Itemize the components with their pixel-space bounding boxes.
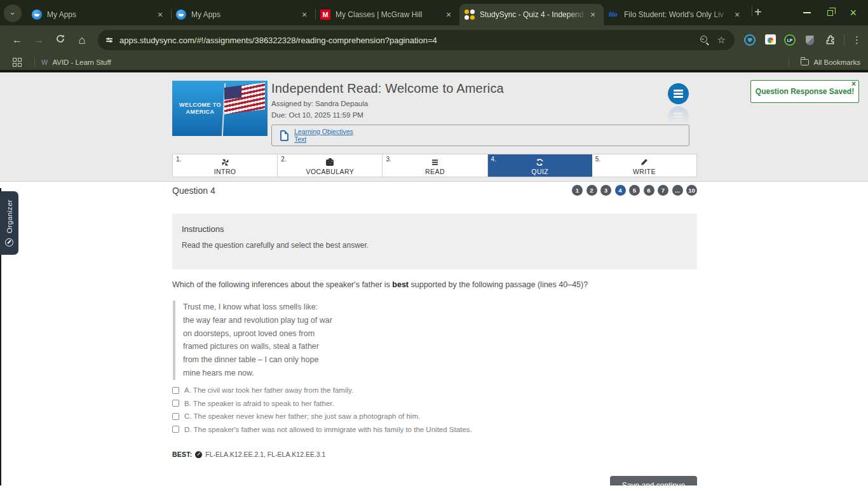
tab-divider bbox=[315, 10, 316, 20]
browser-tab-my-apps-1[interactable]: My Apps × bbox=[27, 4, 171, 25]
tab-vocabulary[interactable]: 2. VOCABULARY bbox=[278, 154, 383, 177]
extension-lastpass-icon[interactable]: LP bbox=[784, 34, 796, 46]
extension-photos-icon[interactable] bbox=[764, 34, 776, 46]
home-icon[interactable]: ⌂ bbox=[74, 34, 90, 47]
checkbox-a[interactable] bbox=[172, 387, 179, 394]
browser-tab-studysync-active[interactable]: StudySync - Quiz 4 - Independ × bbox=[459, 4, 604, 25]
bookmarks-divider bbox=[34, 58, 35, 67]
question-pagination: 1 2 3 4 5 6 7 ... 10 bbox=[572, 185, 697, 196]
saved-notification-text: Question Response Saved! bbox=[756, 87, 854, 96]
pencil-circle-icon bbox=[5, 238, 13, 247]
extension-goguardian-icon[interactable] bbox=[743, 34, 756, 46]
toolbar-divider bbox=[844, 34, 844, 46]
answer-option-d[interactable]: D. The speaker's father was not allowed … bbox=[172, 426, 697, 433]
page-dot-4-active[interactable]: 4 bbox=[615, 185, 626, 196]
question-prefix: Which of the following inferences about … bbox=[172, 280, 392, 289]
answer-option-a[interactable]: A. The civil war took her father away fr… bbox=[172, 386, 697, 394]
tab-search-button[interactable]: › bbox=[4, 4, 22, 22]
american-flag bbox=[224, 83, 265, 114]
answer-option-c[interactable]: C. The speaker never knew her father; sh… bbox=[172, 412, 697, 420]
learning-objectives-link[interactable]: Learning Objectives bbox=[294, 128, 353, 136]
notification-close-icon[interactable]: × bbox=[851, 79, 856, 88]
extension-shield-icon[interactable] bbox=[803, 34, 816, 46]
passage-line: mine hears me now. bbox=[183, 367, 332, 380]
browser-tab-filo[interactable]: filo Filo Student: World's Only Liv × bbox=[604, 4, 748, 25]
page-dot-5[interactable]: 5 bbox=[629, 185, 640, 196]
save-and-continue-button[interactable]: Save and continue bbox=[610, 476, 697, 485]
new-tab-button[interactable]: + bbox=[754, 5, 762, 20]
reload-icon[interactable] bbox=[52, 34, 69, 46]
text-link[interactable]: Text bbox=[294, 135, 353, 144]
standards-list: FL-ELA.K12.EE.2.1, FL-ELA.K12.EE.3.1 bbox=[205, 451, 325, 458]
tab-title: My Apps bbox=[191, 10, 299, 19]
option-label: A. The civil war took her father away fr… bbox=[184, 386, 353, 394]
window-controls: × bbox=[792, 0, 868, 25]
saved-notification: Question Response Saved! × bbox=[750, 80, 859, 103]
assignment-thumbnail: WELCOME TO AMERICA bbox=[172, 81, 268, 136]
option-label: D. The speaker's father was not allowed … bbox=[184, 426, 472, 433]
tab-close-icon[interactable]: × bbox=[154, 9, 166, 20]
apps-grid-icon[interactable] bbox=[13, 58, 22, 67]
forward-icon[interactable]: → bbox=[31, 34, 47, 46]
tab-write[interactable]: 5. WRITE bbox=[592, 154, 696, 177]
tab-quiz-active[interactable]: 4. QUIZ bbox=[488, 154, 592, 177]
browser-toolbar: ← → ⌂ apps.studysync.com/#!/assignments/… bbox=[0, 25, 868, 55]
page-dot-10[interactable]: 10 bbox=[686, 185, 697, 196]
checkbox-d[interactable] bbox=[172, 426, 179, 433]
page-dot-ellipsis[interactable]: ... bbox=[672, 185, 683, 196]
bookmark-avid[interactable]: W AVID - Learn Stuff bbox=[41, 58, 111, 66]
tab-read[interactable]: 3. READ bbox=[383, 154, 487, 177]
passage-line: on doorsteps, uproot loved ones from bbox=[183, 327, 332, 341]
organizer-label: Organizer bbox=[6, 200, 13, 233]
browser-tab-my-apps-2[interactable]: My Apps × bbox=[171, 4, 315, 25]
page-dot-1[interactable]: 1 bbox=[572, 185, 583, 196]
back-icon[interactable]: ← bbox=[9, 34, 25, 46]
filo-favicon: filo bbox=[609, 10, 619, 20]
extensions-puzzle-icon[interactable] bbox=[824, 34, 836, 46]
passage-line: framed pictures on walls, steal a father bbox=[183, 340, 332, 353]
bookmark-star-icon[interactable]: ☆ bbox=[717, 34, 726, 46]
due-date: Due: Oct 10, 2025 11:59 PM bbox=[271, 111, 697, 119]
intro-icon bbox=[173, 158, 277, 166]
browser-menu-icon[interactable]: ⋮ bbox=[852, 34, 862, 46]
zoom-out-icon[interactable] bbox=[700, 36, 709, 44]
page-dot-3[interactable]: 3 bbox=[600, 185, 611, 196]
question-emphasis: best bbox=[392, 280, 409, 289]
instructions-box: Instructions Read the question carefully… bbox=[172, 214, 697, 269]
folder-icon bbox=[801, 59, 809, 65]
read-icon bbox=[383, 158, 487, 166]
tab-title: Filo Student: World's Only Liv bbox=[624, 10, 731, 19]
tab-strip: › My Apps × My Apps × M My Classes | McG… bbox=[0, 0, 868, 25]
browser-tab-mcgraw-hill[interactable]: M My Classes | McGraw Hill × bbox=[315, 4, 459, 25]
bookmark-favicon: W bbox=[41, 58, 48, 66]
cloud-favicon bbox=[176, 10, 186, 20]
instructions-title: Instructions bbox=[182, 224, 688, 234]
tab-close-icon[interactable]: × bbox=[587, 9, 599, 20]
standards-row: BEST: FL-ELA.K12.EE.2.1, FL-ELA.K12.EE.3… bbox=[172, 451, 325, 458]
all-bookmarks-button[interactable]: All Bookmarks bbox=[782, 58, 861, 67]
minimize-icon[interactable] bbox=[803, 12, 811, 13]
page-dot-7[interactable]: 7 bbox=[658, 185, 668, 196]
document-icon bbox=[280, 130, 288, 141]
checkbox-c[interactable] bbox=[172, 413, 179, 420]
tab-close-icon[interactable]: × bbox=[443, 9, 454, 20]
tab-close-icon[interactable]: × bbox=[299, 9, 310, 20]
url-bar[interactable]: apps.studysync.com/#!/assignments/386322… bbox=[98, 30, 735, 50]
tab-intro[interactable]: 1. INTRO bbox=[173, 154, 278, 177]
vocabulary-icon bbox=[278, 158, 382, 166]
tab-label: VOCABULARY bbox=[278, 168, 382, 175]
answer-option-b[interactable]: B. The speaker is afraid to speak to her… bbox=[172, 400, 697, 407]
tab-title: StudySync - Quiz 4 - Independ bbox=[480, 10, 587, 19]
page-dot-2[interactable]: 2 bbox=[587, 185, 597, 196]
mcgraw-hill-favicon: M bbox=[320, 10, 330, 20]
url-text[interactable]: apps.studysync.com/#!/assignments/386322… bbox=[119, 36, 695, 45]
tab-number: 1. bbox=[176, 156, 181, 163]
checkbox-b[interactable] bbox=[172, 400, 179, 407]
page-dot-6[interactable]: 6 bbox=[644, 185, 654, 196]
tab-close-icon[interactable]: × bbox=[731, 9, 743, 20]
organizer-tab[interactable]: Organizer bbox=[0, 191, 18, 255]
question-header-row: Question 4 1 2 3 4 5 6 7 ... 10 bbox=[172, 185, 697, 196]
restore-icon[interactable] bbox=[827, 10, 833, 16]
site-settings-icon[interactable] bbox=[104, 35, 114, 45]
window-close-icon[interactable]: × bbox=[850, 7, 857, 18]
